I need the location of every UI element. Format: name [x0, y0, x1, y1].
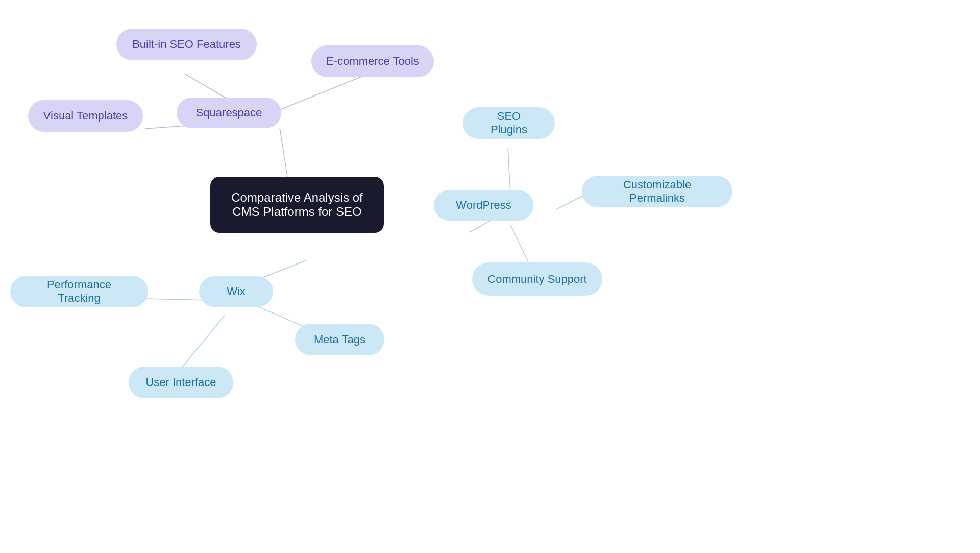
wordpress-node: WordPress — [434, 190, 533, 221]
community-support-label: Community Support — [487, 273, 586, 286]
seo-plugins-label: SEO Plugins — [477, 110, 541, 136]
builtin-seo-node: Built-in SEO Features — [116, 29, 257, 60]
seo-plugins-node: SEO Plugins — [463, 107, 555, 139]
squarespace-label: Squarespace — [196, 106, 262, 119]
customizable-permalinks-node: Customizable Permalinks — [582, 176, 732, 207]
performance-tracking-node: Performance Tracking — [10, 276, 148, 307]
squarespace-node: Squarespace — [177, 98, 281, 128]
svg-line-5 — [508, 148, 510, 194]
ecommerce-tools-node: E-commerce Tools — [311, 45, 434, 77]
customizable-permalinks-label: Customizable Permalinks — [596, 178, 718, 205]
svg-line-6 — [556, 195, 584, 209]
wix-node: Wix — [199, 276, 273, 307]
ecommerce-tools-label: E-commerce Tools — [326, 55, 419, 68]
meta-tags-node: Meta Tags — [295, 324, 384, 355]
performance-tracking-label: Performance Tracking — [24, 278, 134, 305]
user-interface-label: User Interface — [145, 376, 216, 389]
builtin-seo-label: Built-in SEO Features — [132, 38, 241, 51]
visual-templates-label: Visual Templates — [43, 109, 128, 123]
visual-templates-node: Visual Templates — [28, 100, 143, 132]
svg-line-3 — [280, 71, 374, 110]
meta-tags-label: Meta Tags — [314, 333, 365, 346]
wordpress-label: WordPress — [456, 199, 511, 212]
user-interface-node: User Interface — [129, 367, 233, 398]
wix-label: Wix — [227, 285, 246, 298]
svg-line-11 — [180, 316, 225, 370]
center-node: Comparative Analysis of CMS Platforms fo… — [210, 177, 384, 233]
community-support-node: Community Support — [472, 262, 602, 296]
